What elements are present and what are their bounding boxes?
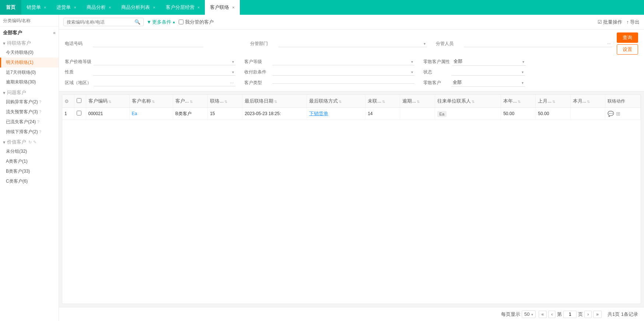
query-button[interactable]: 查询: [617, 32, 638, 43]
col-overdue[interactable]: 逾期...: [400, 95, 435, 108]
sidebar-item-repurchase-abnormal[interactable]: 回购异常客户(2) ?: [0, 97, 59, 107]
table-container: 客户编码 客户名称 客户... 联络... 最后联络日期 最后联络方式 未联..…: [62, 94, 641, 304]
col-last-month[interactable]: 上月...: [536, 95, 570, 108]
select-all-checkbox[interactable]: [77, 98, 81, 103]
dept-select[interactable]: [278, 40, 427, 47]
sidebar-item-type-b[interactable]: B类客户(33): [0, 166, 59, 176]
nav-item-customer-tier[interactable]: 客户分层经营 ×: [161, 0, 205, 15]
sidebar-item-declining[interactable]: 持续下滑客户(2) ?: [0, 127, 59, 137]
search-input[interactable]: [67, 20, 133, 25]
nav-item-sales[interactable]: 销货单 ×: [21, 0, 51, 15]
prev-page-button[interactable]: ‹: [548, 311, 556, 318]
per-page-label: 每页显示: [501, 311, 520, 318]
nav-item-customer-contact[interactable]: 客户联络 ×: [205, 0, 239, 15]
cell-this-year: 50.00: [501, 108, 536, 120]
grid-action-icon[interactable]: ⊞: [616, 111, 620, 117]
nav-item-goods-analysis[interactable]: 商品分析 ×: [81, 0, 116, 15]
search-icon[interactable]: 🔍: [134, 19, 140, 25]
sidebar-item-churn-warning[interactable]: 流失预警客户(3) ?: [0, 107, 59, 117]
filter-cell-customer-type: 客户类型: [244, 80, 415, 86]
my-customers-checkbox[interactable]: [179, 20, 183, 24]
nav-item-purchase[interactable]: 进货单 ×: [51, 0, 81, 15]
region-dotmenu-icon[interactable]: ···: [230, 80, 234, 85]
last-method-link[interactable]: 下销货单: [309, 111, 328, 116]
col-checkbox[interactable]: [74, 95, 86, 108]
sidebar-item-type-c[interactable]: C类客户(6): [0, 176, 59, 186]
col-uncontacted[interactable]: 未联...: [365, 95, 400, 108]
col-contact-count[interactable]: 联络...: [207, 95, 242, 108]
batch-op-label: 批量操作: [603, 19, 622, 25]
page-input[interactable]: [563, 311, 577, 318]
page-label: 第: [557, 311, 562, 318]
cell-last-method[interactable]: 下销货单: [307, 108, 365, 120]
phone-input[interactable]: [93, 40, 203, 47]
person-dotmenu-icon[interactable]: ···: [607, 41, 611, 46]
batch-op-button[interactable]: ☑ 批量操作: [598, 19, 622, 25]
batch-op-icon: ☑: [598, 19, 602, 25]
filter-cell-retail-attr: 零散客户属性 全部: [423, 58, 594, 66]
col-sort-code: 客户编码: [88, 98, 111, 104]
filter-cell-dept: 分管部门: [250, 40, 427, 47]
sidebar-item-churned[interactable]: 已流失客户(24) ?: [0, 117, 59, 127]
sidebar-item-week-contact[interactable]: 近7天待联络(0): [0, 68, 59, 77]
page-size-select[interactable]: 50: [522, 310, 535, 318]
sidebar-all-customers-label: 全部客户: [3, 30, 22, 36]
customer-type-select[interactable]: [272, 82, 415, 84]
cell-name[interactable]: Ea: [129, 108, 173, 120]
filter-row-4: 区域（地区） ··· 客户类型 零散客户 全部: [65, 79, 638, 87]
col-this-year[interactable]: 本年...: [501, 95, 536, 108]
sidebar-search-input[interactable]: [3, 18, 58, 23]
sidebar-section-pending: ▾ 待联络客户: [0, 38, 59, 48]
status-select[interactable]: [451, 69, 525, 76]
value-customer-edit-icon[interactable]: ✎: [33, 140, 36, 145]
payment-select[interactable]: [272, 69, 415, 76]
col-gear[interactable]: [62, 95, 74, 108]
sidebar-all-customers-header[interactable]: 全部客户 «: [0, 27, 59, 38]
sidebar-item-today-contact[interactable]: 今天待联络(0): [0, 48, 59, 58]
problem-section-icon: ▾: [3, 90, 6, 96]
close-sales-icon[interactable]: ×: [44, 0, 46, 15]
nav-item-goods-analysis-list[interactable]: 商品分析列表 ×: [116, 0, 160, 15]
nav-customer-tier-label: 客户分层经营: [166, 0, 195, 15]
nav-goods-analysis-list-label: 商品分析列表: [121, 0, 150, 15]
col-code[interactable]: 客户编码: [86, 95, 129, 108]
sort-icon-name: [152, 99, 155, 104]
set-button[interactable]: 设置: [617, 44, 638, 55]
export-button[interactable]: ↑ 导出: [627, 19, 640, 25]
filter-bar: 🔍 ▼ 更多条件 ▲ 我分管的客户 ☑ 批量操作 ↑ 导出: [59, 15, 644, 30]
last-page-button[interactable]: »: [593, 311, 602, 318]
first-page-button[interactable]: «: [539, 311, 547, 318]
my-customers-checkbox-area[interactable]: 我分管的客户: [179, 19, 214, 25]
sidebar-collapse-icon[interactable]: «: [53, 30, 56, 35]
value-customer-refresh-icon[interactable]: ↻: [28, 140, 32, 145]
col-contact-person[interactable]: 往来单位联系人: [435, 95, 501, 108]
sidebar-item-ungrouped[interactable]: 未分组(32): [0, 146, 59, 156]
nav-home[interactable]: 首页: [0, 0, 21, 15]
sidebar-item-overdue-contact[interactable]: 逾期未联络(30): [0, 77, 59, 87]
cell-checkbox[interactable]: [74, 108, 86, 120]
close-goods-analysis-list-icon[interactable]: ×: [153, 0, 155, 15]
sidebar-item-type-a[interactable]: A类客户(1): [0, 156, 59, 166]
nature-select[interactable]: [93, 69, 235, 76]
col-last-method[interactable]: 最后联络方式: [307, 95, 365, 108]
next-page-button[interactable]: ›: [584, 311, 592, 318]
comment-action-icon[interactable]: 💬: [608, 111, 614, 117]
price-level-label: 客户价格等级: [65, 59, 91, 65]
col-name[interactable]: 客户名称: [129, 95, 173, 108]
sidebar-search-area: 🔍: [0, 15, 59, 27]
close-goods-analysis-icon[interactable]: ×: [109, 0, 111, 15]
retail-customer-select[interactable]: 全部: [451, 79, 525, 87]
col-last-date[interactable]: 最后联络日期: [242, 95, 307, 108]
row-checkbox[interactable]: [77, 111, 81, 115]
col-type[interactable]: 客户...: [173, 95, 207, 108]
price-level-select[interactable]: [94, 58, 235, 65]
sidebar-item-tomorrow-contact[interactable]: 明天待联络(1): [0, 58, 59, 68]
customer-level-select[interactable]: [272, 58, 415, 65]
retail-attr-select[interactable]: 全部: [452, 58, 526, 66]
gear-settings-icon[interactable]: [64, 99, 69, 104]
close-purchase-icon[interactable]: ×: [74, 0, 76, 15]
more-conditions-button[interactable]: ▼ 更多条件 ▲: [147, 19, 176, 25]
close-customer-tier-icon[interactable]: ×: [197, 0, 200, 15]
col-this-month[interactable]: 本月...: [570, 95, 605, 108]
close-customer-contact-icon[interactable]: ×: [232, 0, 234, 15]
